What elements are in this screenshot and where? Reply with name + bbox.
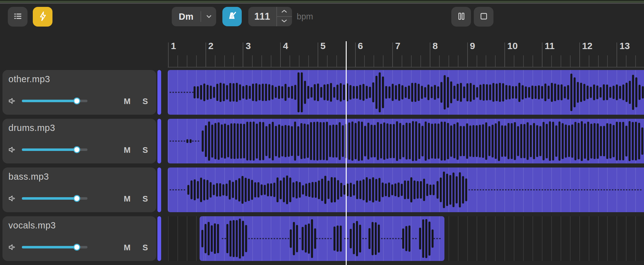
track-name: vocals.mp3 bbox=[8, 220, 56, 231]
ruler-bar-tick bbox=[617, 42, 617, 67]
ruler-sub-tick bbox=[308, 55, 309, 67]
slider-thumb[interactable] bbox=[73, 244, 80, 251]
ruler-bar-label: 5 bbox=[320, 41, 326, 51]
audio-clip[interactable] bbox=[168, 70, 644, 115]
track-color-strip bbox=[157, 70, 161, 115]
track-header-other[interactable]: other.mp3 M S bbox=[2, 70, 156, 115]
lightning-icon bbox=[37, 11, 48, 23]
volume-icon bbox=[7, 145, 17, 154]
bpm-unit-label: bpm bbox=[297, 7, 313, 26]
daw-app: Dm 111 bbox=[0, 0, 644, 265]
flash-button[interactable] bbox=[33, 7, 52, 27]
metronome-icon bbox=[227, 11, 237, 22]
ruler-sub-tick bbox=[607, 55, 608, 67]
slider-thumb[interactable] bbox=[73, 195, 80, 202]
ruler-sub-tick bbox=[626, 55, 627, 67]
track-header-drums[interactable]: drums.mp3 M S bbox=[2, 119, 156, 163]
volume-slider[interactable] bbox=[22, 146, 87, 153]
ruler-baseline bbox=[168, 67, 644, 68]
volume-icon bbox=[7, 242, 17, 252]
mute-button[interactable]: M bbox=[121, 243, 133, 252]
ruler-bar-tick bbox=[243, 42, 243, 67]
playhead[interactable] bbox=[346, 41, 347, 265]
ruler-sub-tick bbox=[533, 55, 533, 67]
track-color-strip bbox=[157, 168, 161, 212]
ruler-bar-tick bbox=[318, 42, 318, 67]
ruler-bar-tick bbox=[392, 42, 393, 67]
slider-thumb[interactable] bbox=[73, 146, 80, 153]
ruler-sub-tick bbox=[299, 55, 300, 67]
solo-button[interactable]: S bbox=[139, 194, 151, 204]
ruler-sub-tick bbox=[290, 55, 290, 67]
mute-button[interactable]: M bbox=[121, 97, 133, 106]
ruler-sub-tick bbox=[196, 55, 197, 67]
bpm-increase-button[interactable] bbox=[276, 7, 292, 17]
track-lane bbox=[168, 119, 644, 163]
ruler-sub-tick bbox=[261, 55, 262, 67]
ruler-sub-tick bbox=[570, 55, 571, 67]
track-name: drums.mp3 bbox=[8, 123, 55, 133]
solo-button[interactable]: S bbox=[139, 145, 151, 155]
solo-button[interactable]: S bbox=[139, 97, 151, 106]
mute-button[interactable]: M bbox=[121, 145, 133, 155]
track-header-vocals[interactable]: vocals.mp3 M S bbox=[2, 216, 156, 261]
slider-thumb[interactable] bbox=[73, 98, 80, 104]
audio-clip[interactable] bbox=[168, 168, 644, 212]
ruler-sub-tick bbox=[420, 55, 421, 67]
ruler-bar-tick bbox=[504, 42, 505, 67]
bpm-decrease-button[interactable] bbox=[276, 17, 292, 26]
bpm-value[interactable]: 111 bbox=[248, 7, 276, 26]
ruler-sub-tick bbox=[514, 55, 514, 67]
ruler-sub-tick bbox=[327, 55, 328, 67]
ruler-bar-label: 7 bbox=[395, 41, 400, 51]
ruler-sub-tick bbox=[439, 55, 440, 67]
volume-icon bbox=[7, 96, 17, 106]
ruler-sub-tick bbox=[271, 55, 271, 67]
chevron-down-icon bbox=[281, 19, 287, 24]
key-selector[interactable]: Dm bbox=[172, 7, 216, 26]
ruler-sub-tick bbox=[374, 55, 374, 67]
menu-button[interactable] bbox=[8, 7, 27, 27]
stop-icon bbox=[478, 11, 489, 23]
ruler-sub-tick bbox=[177, 55, 178, 67]
audio-clip[interactable] bbox=[200, 216, 444, 261]
audio-clip[interactable] bbox=[168, 119, 644, 163]
ruler-bar-label: 3 bbox=[245, 41, 251, 51]
ruler-sub-tick bbox=[598, 55, 599, 67]
ruler-sub-tick bbox=[224, 55, 225, 67]
key-divider bbox=[201, 11, 201, 22]
stop-button[interactable] bbox=[474, 7, 493, 27]
ruler-bar-label: 9 bbox=[470, 41, 475, 51]
ruler-bar-tick bbox=[430, 42, 430, 67]
volume-slider[interactable] bbox=[22, 195, 87, 202]
ruler-sub-tick bbox=[233, 55, 234, 67]
pause-button[interactable] bbox=[451, 7, 471, 27]
track-lane bbox=[168, 70, 644, 115]
mute-button[interactable]: M bbox=[121, 194, 133, 204]
slider-fill bbox=[22, 197, 77, 200]
ruler-bar-label: 11 bbox=[545, 41, 555, 51]
waveform bbox=[168, 119, 644, 163]
bpm-stepper: 111 bbox=[248, 7, 292, 26]
ruler-sub-tick bbox=[486, 55, 486, 67]
ruler-sub-tick bbox=[364, 55, 365, 67]
chevron-down-icon bbox=[202, 7, 216, 26]
slider-fill bbox=[22, 148, 77, 151]
ruler-bar-label: 6 bbox=[358, 41, 363, 51]
ruler-bar-label: 10 bbox=[507, 41, 518, 51]
ruler-sub-tick bbox=[383, 55, 384, 67]
track-header-bass[interactable]: bass.mp3 M S bbox=[2, 168, 156, 212]
ruler-bar-label: 2 bbox=[208, 41, 214, 51]
track-color-strip bbox=[157, 119, 161, 163]
volume-slider[interactable] bbox=[22, 244, 87, 251]
solo-button[interactable]: S bbox=[139, 243, 151, 252]
metronome-button[interactable] bbox=[222, 7, 242, 26]
ruler-bar-tick bbox=[467, 42, 468, 67]
waveform bbox=[168, 168, 644, 212]
ruler-bar-label: 13 bbox=[619, 41, 630, 51]
volume-slider[interactable] bbox=[22, 98, 87, 104]
track-name: bass.mp3 bbox=[8, 172, 49, 182]
pause-icon bbox=[456, 11, 467, 23]
ruler-bar-tick bbox=[542, 42, 542, 67]
waveform bbox=[200, 216, 444, 261]
